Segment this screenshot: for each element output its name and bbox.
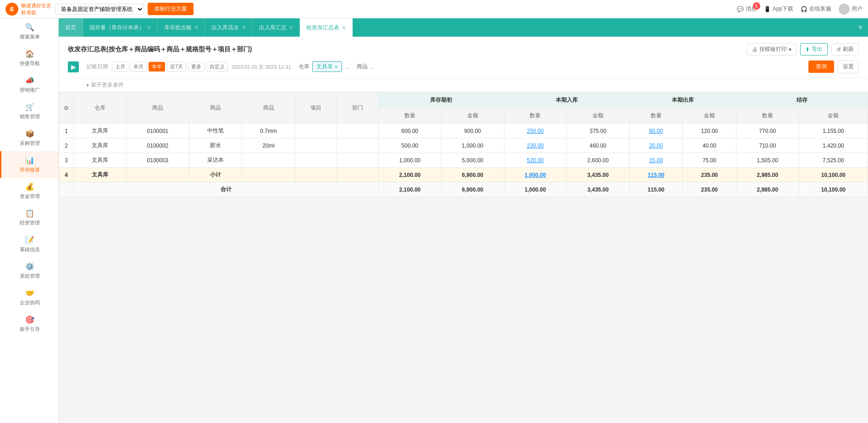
date-btn-7days[interactable]: 近7天 [167,62,186,71]
cell-out-qty[interactable]: 15.00 [629,153,683,168]
cell-out-qty-link[interactable]: 20.00 [649,143,663,149]
cell-seq: 2 [59,138,74,153]
sidebar-item-marketing[interactable]: 📣 营销推广 [0,71,58,98]
guide-icon: 🎯 [25,315,34,324]
sidebar-item-basic[interactable]: 📝 基础信息 [0,231,58,258]
cell-in-qty[interactable]: 230.00 [504,138,567,153]
tab-home[interactable]: 首页 [59,18,83,37]
app-download-item[interactable]: 📱 App下载 [764,5,793,13]
print-button[interactable]: 🖨 按模板打印 ▾ [747,43,796,55]
online-support-item[interactable]: 🎧 在线客服 [801,5,831,13]
cell-in-amt: 460.00 [567,138,630,153]
cell-product-name: 小计 [189,168,242,182]
cell-in-amt: 375.00 [567,124,630,138]
sidebar-item-inventory[interactable]: 📊 库存核算 [0,151,58,178]
sidebar-item-guide[interactable]: 🎯 新手引导 [0,311,58,337]
cell-out-qty-link[interactable]: 80.00 [649,128,663,134]
tab-close-all[interactable]: × [853,23,868,32]
th-out-amt: 金额 [683,108,736,124]
system-selector[interactable]: 装备及固定资产辅助管理系统 [55,4,144,15]
cell-out-qty[interactable]: 115.00 [629,168,683,182]
sidebar-item-system[interactable]: ⚙️ 系统管理 [0,258,58,284]
th-warehouse: 仓库 [74,93,127,124]
tab-inout-summary[interactable]: 出入库汇总 × [253,18,300,37]
date-btn-prev-month[interactable]: 上月 [112,62,128,71]
cell-in-qty[interactable]: 1,000.00 [504,168,567,182]
user-item[interactable]: 用户 [839,4,862,15]
tab-inout-summary-close[interactable]: × [289,24,293,31]
th-in-qty: 数量 [504,108,567,124]
refresh-button[interactable]: ↺ 刷新 [831,43,859,55]
cell-in-amt: 3,435.00 [567,168,630,182]
date-btn-more[interactable]: 更多 [188,62,205,71]
data-table: ⚙ 仓库 商品 商品 商品 项目 部门 库存期初 本期入库 本期出库 [59,92,868,197]
date-btn-this-year[interactable]: 本年 [149,62,165,71]
th-product-name: 商品 [189,93,242,124]
date-btn-custom[interactable]: 自定义 [206,62,228,71]
cell-in-amt: 2,600.00 [567,153,630,168]
cell-close-amt: 10,100.00 [799,168,868,182]
enterprise-icon: 🤝 [25,289,34,297]
date-btn-this-month[interactable]: 本月 [130,62,147,71]
expand-conditions-button[interactable]: ▾ 展开更多条件 [86,81,859,89]
cell-out-qty[interactable]: 20.00 [629,138,683,153]
th-opening-stock: 库存期初 [379,93,504,108]
date-filter-group: 记账日期 上月 本月 本年 近7天 更多 自定义 2023-01-01 至 20… [86,62,291,71]
settings-button[interactable]: 设置 [838,60,859,73]
query-button[interactable]: 查询 [808,60,834,73]
tab-stock-dist[interactable]: 现存量（库存分布表） × [83,18,158,37]
warehouse-filter: 仓库 文具库 × ... [299,61,349,72]
th-open-qty: 数量 [379,108,442,124]
cell-warehouse: 文具库 [74,138,127,153]
notification-item[interactable]: 💬 消息 6 [737,5,757,13]
tab-recv-send-close[interactable]: × [342,24,346,31]
tab-inout-flow[interactable]: 出入库流水 × [205,18,252,37]
tab-recv-send[interactable]: 收发存汇总表 × [300,18,353,37]
cell-out-qty[interactable]: 80.00 [629,124,683,138]
cell-close-qty: 1,505.00 [736,153,799,168]
tab-inout-flow-label: 出入库流水 [211,24,239,32]
sidebar-label-enterprise: 企业协同 [20,299,40,306]
sidebar-item-search[interactable]: 🔍 搜索菜单 [0,18,58,45]
th-product-code: 商品 [127,93,189,124]
top-bar-right: 💬 消息 6 📱 App下载 🎧 在线客服 用户 [737,4,862,15]
cell-in-qty-link[interactable]: 520.00 [527,157,544,164]
sidebar-label-marketing: 营销推广 [20,87,40,93]
filter-expand-button[interactable]: ▶ [68,61,79,72]
cell-warehouse: 文具库 [74,124,127,138]
footer-in-qty: 1,000.00 [504,182,567,197]
tab-batch[interactable]: 库存批次账 × [158,18,205,37]
cell-out-qty-link[interactable]: 115.00 [647,172,664,178]
tab-inout-flow-close[interactable]: × [242,24,245,31]
bell-icon: 💬 [737,6,744,12]
sidebar-item-quicknav[interactable]: 🏠 快捷导航 [0,45,58,71]
sidebar-item-purchase[interactable]: 📦 采购管理 [0,125,58,151]
footer-out-amt: 235.00 [683,182,736,197]
sidebar-item-operations[interactable]: 📋 经营管理 [0,204,58,231]
trial-button[interactable]: 体验行业方案 [148,3,194,15]
cell-in-qty[interactable]: 520.00 [504,153,567,168]
sidebar-item-sales[interactable]: 🛒 销售管理 [0,98,58,125]
warehouse-filter-dots[interactable]: ... [345,64,349,70]
tab-stock-dist-close[interactable]: × [147,24,151,31]
sidebar-item-enterprise[interactable]: 🤝 企业协同 [0,284,58,311]
cell-open-amt: 1,000.00 [441,138,504,153]
cell-in-qty[interactable]: 250.00 [504,124,567,138]
tab-bar: 首页 现存量（库存分布表） × 库存批次账 × 出入库流水 × 出入库汇总 × [59,18,868,37]
warehouse-tag-remove[interactable]: × [335,64,338,70]
cell-in-qty-link[interactable]: 1,000.00 [525,172,546,178]
page-inner: 收发存汇总表(按仓库＋商品编码＋商品＋规格型号＋项目＋部门) 🖨 按模板打印 ▾… [59,37,868,197]
table-footer-row: 合计 2,100.00 6,900.00 1,000.00 3,435.00 1… [59,182,868,197]
sidebar-label-finance: 资金管理 [20,193,40,200]
sidebar-item-finance[interactable]: 💰 资金管理 [0,178,58,204]
cell-out-qty-link[interactable]: 15.00 [649,157,663,164]
filter-bar: ▶ 记账日期 上月 本月 本年 近7天 更多 自定义 2023-0 [59,55,868,78]
cell-in-qty-link[interactable]: 250.00 [527,128,544,134]
product-filter-dots[interactable]: ... [370,64,375,70]
cell-in-qty-link[interactable]: 230.00 [527,143,544,149]
tab-batch-close[interactable]: × [194,24,198,31]
footer-empty [59,182,74,197]
export-button[interactable]: ⬆ 导出 [800,43,828,55]
expand-arrow-icon: ▾ [86,82,89,88]
table-row: 3文具库0100003采访本1,000.005,000.00520.002,60… [59,153,868,168]
